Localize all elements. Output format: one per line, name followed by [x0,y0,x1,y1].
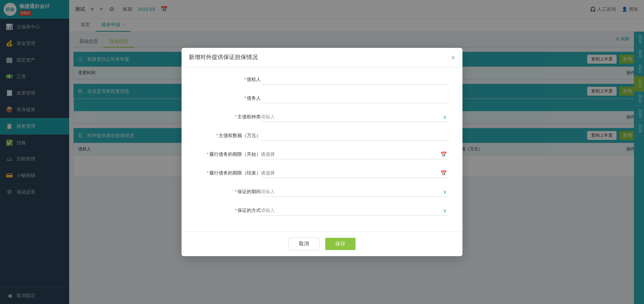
guarantee-period-select[interactable]: 请输入 [261,187,448,197]
form-label-guarantee-method: *保证的方式 [196,207,261,214]
form-control-debtor [261,93,448,103]
form-row-claim-amount: *主债权数额（万元） [196,131,448,141]
form-control-period-start: 📅 [261,149,448,159]
claim-amount-input[interactable] [261,131,448,141]
modal-title: 新增对外提供保证担保情况 [189,54,258,61]
form-control-guarantee-method: 请输入 ∨ [261,205,448,215]
form-label-period-end: *履行债务的期限（结束） [196,170,261,176]
form-label-period-start: *履行债务的期限（开始） [196,151,261,158]
period-end-input[interactable] [261,168,448,178]
debtor-input[interactable] [261,93,448,103]
claim-type-select[interactable]: 请输入 [261,112,448,122]
modal-body: *债权人 *债务人 *主债权种类 [182,67,462,231]
period-end-calendar-icon[interactable]: 📅 [440,170,447,176]
claim-type-select-wrapper: 请输入 ∨ [261,112,448,122]
guarantee-method-select-wrapper: 请输入 ∨ [261,205,448,215]
form-label-claim-amount: *主债权数额（万元） [196,132,261,139]
period-start-input[interactable] [261,149,448,159]
modal-dialog: 新增对外提供保证担保情况 × *债权人 *债务人 [182,48,462,256]
creditor-input[interactable] [261,74,448,85]
guarantee-period-select-wrapper: 请输入 ∨ [261,187,448,197]
period-start-wrapper: 📅 [261,149,448,159]
form-label-claim-type: *主债权种类 [196,114,261,120]
guarantee-method-select[interactable]: 请输入 [261,205,448,215]
form-row-claim-type: *主债权种类 请输入 ∨ [196,112,448,122]
modal-overlay: 新增对外提供保证担保情况 × *债权人 *债务人 [0,0,644,304]
form-row-guarantee-method: *保证的方式 请输入 ∨ [196,205,448,215]
modal-header: 新增对外提供保证担保情况 × [182,48,462,67]
period-end-wrapper: 📅 [261,168,448,178]
form-control-claim-type: 请输入 ∨ [261,112,448,122]
form-control-period-end: 📅 [261,168,448,178]
cancel-button[interactable]: 取消 [289,237,319,250]
form-control-guarantee-period: 请输入 ∨ [261,187,448,197]
form-row-period-start: *履行债务的期限（开始） 📅 [196,149,448,159]
form-row-creditor: *债权人 [196,74,448,85]
form-row-debtor: *债务人 [196,93,448,103]
period-start-calendar-icon[interactable]: 📅 [440,151,447,157]
form-control-creditor [261,74,448,85]
save-button[interactable]: 保存 [325,238,355,250]
form-label-creditor: *债权人 [196,76,261,83]
modal-close-button[interactable]: × [451,54,455,61]
form-row-guarantee-period: *保证的期间 请输入 ∨ [196,187,448,197]
form-row-period-end: *履行债务的期限（结束） 📅 [196,168,448,178]
form-label-debtor: *债务人 [196,95,261,101]
form-control-claim-amount [261,131,448,141]
modal-footer: 取消 保存 [182,231,462,256]
form-label-guarantee-period: *保证的期间 [196,189,261,195]
